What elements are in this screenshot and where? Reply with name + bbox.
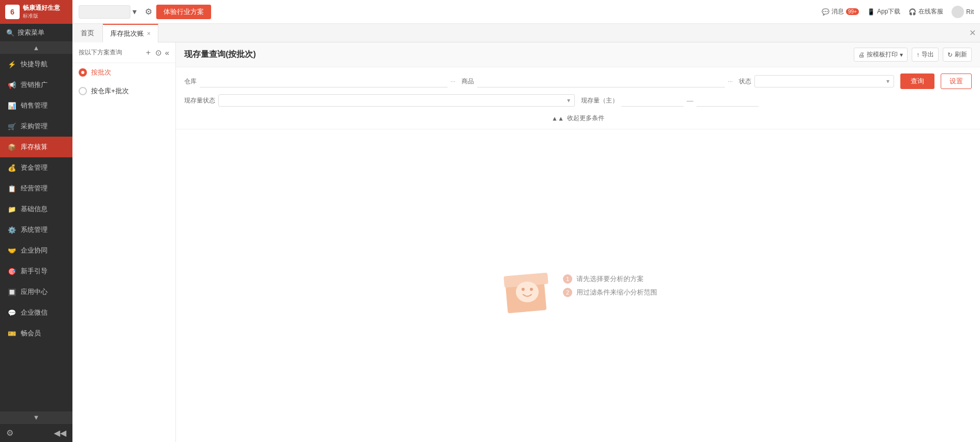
topbar: ▾ ⚙ 体验行业方案 💬 消息 99+ 📱 App下载 🎧 在线客服 Rit [72,0,980,24]
sidebar-item-purchase[interactable]: 🛒采购管理 [0,116,72,137]
tabbar: 首页 库存批次账 × ✕ [72,24,980,42]
scheme-item-by-warehouse-batch[interactable]: 按仓库+批次 [72,82,175,100]
collapse-label: 收起更多条件 [567,114,604,123]
experience-industry-button[interactable]: 体验行业方案 [156,5,211,19]
collapse-up-icon: ▲▲ [552,115,564,122]
sidebar-scroll-down[interactable]: ▼ [0,411,72,423]
sidebar-item-operations[interactable]: 📋经营管理 [0,178,72,199]
collapse-filter-row[interactable]: ▲▲ 收起更多条件 [184,112,972,123]
export-button[interactable]: ↑ 导出 [912,48,939,62]
nav-label-newbie: 新手引导 [21,267,48,276]
filter-product: 商品 ··· [462,76,733,87]
content-area: 按以下方案查询 ＋ ⊙ « 按批次 按仓库+批次 现存量查询(按批次) [72,42,980,442]
tab-close-icon[interactable]: × [147,30,151,37]
tab-inventory-batch[interactable]: 库存批次账 × [103,24,158,42]
settings-scheme-icon[interactable]: ⊙ [155,48,162,57]
filter-warehouse-input[interactable] [200,76,448,87]
print-icon: 🖨 [858,51,865,58]
nav-icon-members: 🎫 [7,329,17,338]
nav-icon-marketing: 📢 [7,80,17,90]
nav-icon-app-center: 🔲 [7,287,17,297]
sidebar-search-item[interactable]: 🔍 搜索菜单 [0,24,72,42]
sidebar-item-quick-nav[interactable]: ⚡快捷导航 [0,54,72,75]
nav-label-basic-info: 基础信息 [21,204,48,214]
online-service-button[interactable]: 🎧 在线客服 [909,7,943,16]
nav-icon-inventory: 📦 [7,142,17,152]
sidebar-item-inventory[interactable]: 📦库存核算 [0,137,72,157]
filter-status-select[interactable]: ▾ [754,75,894,87]
user-menu-button[interactable]: Rit [952,6,974,18]
filter-inventory-qty: 现存量（主） — [581,95,972,107]
collapse-panel-icon[interactable]: « [165,48,169,57]
message-button[interactable]: 💬 消息 99+ [822,7,859,16]
settings-button[interactable]: 设置 [941,73,972,89]
status-dropdown-arrow: ▾ [886,78,889,85]
inventory-status-dropdown-arrow: ▾ [567,97,570,104]
sidebar-logo: 6 [5,5,20,19]
page-title: 现存量查询(按批次) [184,49,256,60]
gear-icon[interactable]: ⚙ [145,7,152,17]
filter-product-input[interactable] [477,76,725,87]
empty-tip-2: 2 用过滤条件来缩小分析范围 [563,288,657,297]
left-panel-header: 按以下方案查询 ＋ ⊙ « [72,42,175,63]
sidebar-item-finance[interactable]: 💰资金管理 [0,157,72,178]
refresh-icon: ↻ [947,51,953,58]
filter-product-label: 商品 [462,77,474,86]
nav-icon-enterprise: 🤝 [7,246,17,255]
topbar-search-box[interactable] [79,5,130,19]
filter-inventory-qty-label: 现存量（主） [581,96,618,105]
empty-state: 1 请先选择要分析的方案 2 用过滤条件来缩小分析范围 [176,129,980,442]
dropdown-icon[interactable]: ▾ [132,7,137,17]
settings-icon[interactable]: ⚙ [6,428,13,438]
sidebar-item-marketing[interactable]: 📢营销推广 [0,75,72,95]
nav-icon-finance: 💰 [7,163,17,172]
scheme-label-by-batch: 按批次 [91,68,111,77]
sidebar-item-app-center[interactable]: 🔲应用中心 [0,282,72,302]
svg-point-3 [522,288,525,291]
nav-icon-system: ⚙️ [7,225,17,234]
filter-inventory-status-select[interactable]: ▾ [218,94,575,107]
collapse-sidebar-icon[interactable]: ◀◀ [54,428,66,438]
filter-row-2: 现存量状态 ▾ 现存量（主） — [184,94,972,107]
empty-illustration [499,260,551,312]
nav-label-marketing: 营销推广 [21,80,48,90]
filter-qty-max-input[interactable] [696,95,759,107]
tabbar-close-button[interactable]: ✕ [969,28,976,38]
print-dropdown-icon: ▾ [900,51,903,58]
empty-tip-1: 1 请先选择要分析的方案 [563,274,657,284]
sidebar-item-sales[interactable]: 📊销售管理 [0,95,72,116]
sidebar-scroll-up[interactable]: ▲ [0,42,72,54]
scheme-item-by-batch[interactable]: 按批次 [72,63,175,82]
nav-icon-sales: 📊 [7,101,17,110]
filter-qty-min-input[interactable] [621,95,684,107]
warehouse-more-icon[interactable]: ··· [451,78,455,84]
filter-warehouse-label: 仓库 [184,77,197,86]
sidebar-header: 6 畅康通好生意 标准版 [0,0,72,24]
nav-icon-newbie: 🎯 [7,267,17,276]
print-button[interactable]: 🖨 按模板打印 ▾ [854,48,908,62]
sidebar-item-newbie[interactable]: 🎯新手引导 [0,261,72,282]
sidebar-item-basic-info[interactable]: 📁基础信息 [0,199,72,219]
sidebar-search-label: 搜索菜单 [18,28,44,37]
query-button[interactable]: 查询 [900,73,934,89]
nav-label-sales: 销售管理 [21,101,48,110]
page-title-actions: 🖨 按模板打印 ▾ ↑ 导出 ↻ 刷新 [854,48,972,62]
add-scheme-icon[interactable]: ＋ [144,48,152,57]
sidebar-item-system[interactable]: ⚙️系统管理 [0,219,72,240]
nav-label-quick-nav: 快捷导航 [21,60,48,69]
tab-home[interactable]: 首页 [72,24,103,42]
product-more-icon[interactable]: ··· [728,78,733,84]
nav-label-members: 畅会员 [21,329,41,338]
app-download-button[interactable]: 📱 App下载 [867,7,900,16]
sidebar-nav: ⚡快捷导航📢营销推广📊销售管理🛒采购管理📦库存核算💰资金管理📋经营管理📁基础信息… [0,54,72,411]
sidebar: 6 畅康通好生意 标准版 🔍 搜索菜单 ▲ ⚡快捷导航📢营销推广📊销售管理🛒采购… [0,0,72,442]
svg-point-4 [530,288,533,291]
sidebar-item-wechat[interactable]: 💬企业微信 [0,302,72,323]
sidebar-item-members[interactable]: 🎫畅会员 [0,323,72,344]
nav-label-app-center: 应用中心 [21,287,48,297]
nav-label-operations: 经营管理 [21,184,48,193]
sidebar-item-enterprise[interactable]: 🤝企业协同 [0,240,72,261]
refresh-button[interactable]: ↻ 刷新 [943,48,972,62]
nav-label-system: 系统管理 [21,225,48,234]
range-dash: — [687,97,693,105]
